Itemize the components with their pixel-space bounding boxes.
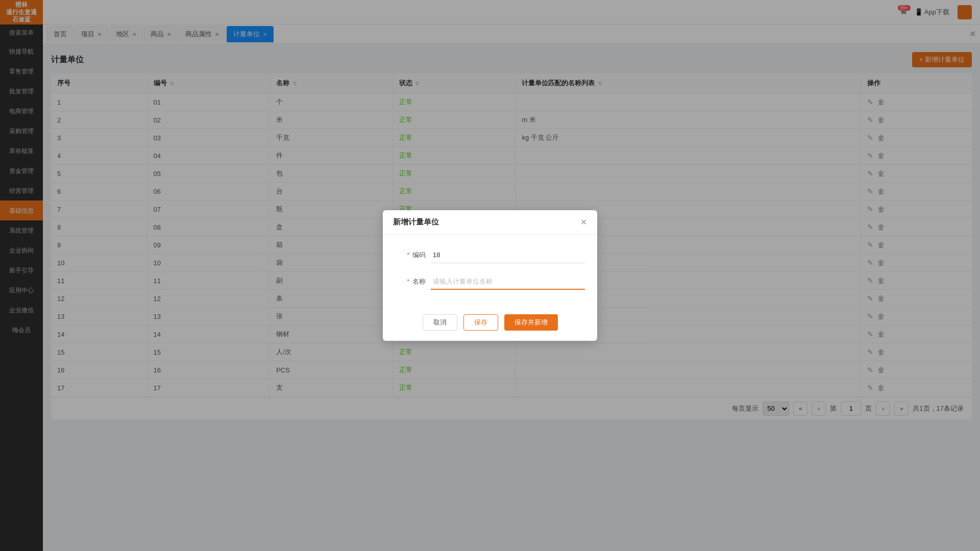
form-row-code: * 编码 xyxy=(395,247,585,263)
add-unit-modal: 新增计量单位 ✕ * 编码 * 名称 取消 保存 保存并新增 xyxy=(383,210,597,341)
code-input[interactable] xyxy=(431,247,585,263)
cancel-button[interactable]: 取消 xyxy=(423,314,457,331)
code-required-mark: * xyxy=(407,251,409,259)
name-input[interactable] xyxy=(431,273,585,290)
save-button[interactable]: 保存 xyxy=(463,314,498,331)
modal-title: 新增计量单位 xyxy=(393,217,439,227)
modal-header: 新增计量单位 ✕ xyxy=(383,210,597,235)
modal-footer: 取消 保存 保存并新增 xyxy=(383,308,597,341)
code-label-text: 编码 xyxy=(412,251,426,259)
modal-overlay: 新增计量单位 ✕ * 编码 * 名称 取消 保存 保存并新增 xyxy=(0,0,980,551)
save-and-new-button[interactable]: 保存并新增 xyxy=(504,314,558,331)
code-label: * 编码 xyxy=(395,251,426,260)
name-label: * 名称 xyxy=(395,277,426,286)
modal-close-button[interactable]: ✕ xyxy=(580,218,587,227)
form-row-name: * 名称 xyxy=(395,273,585,290)
modal-body: * 编码 * 名称 xyxy=(383,235,597,308)
name-label-text: 名称 xyxy=(412,278,426,285)
name-required-mark: * xyxy=(407,278,409,285)
